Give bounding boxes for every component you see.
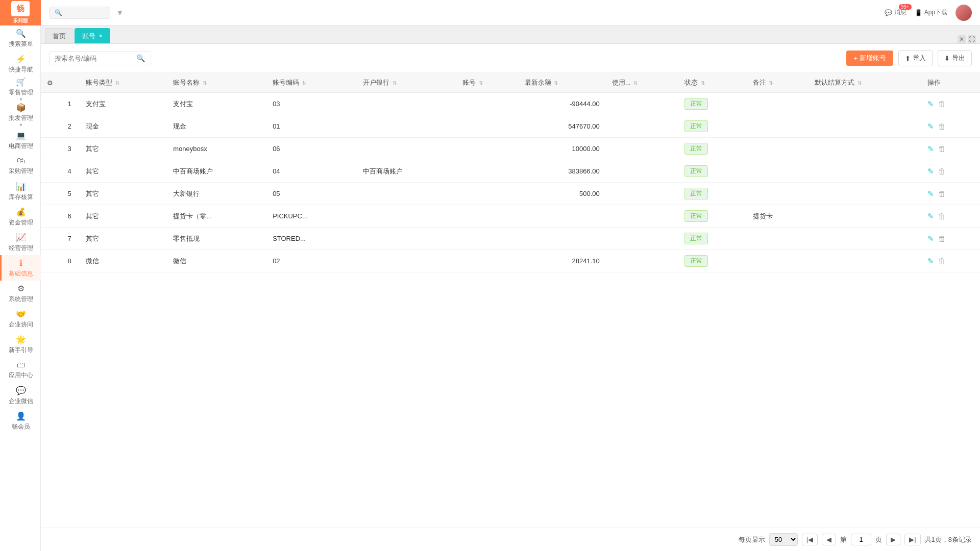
cell-bank: 中百商场账户 bbox=[357, 160, 456, 183]
edit-button-row-3[interactable]: ✎ bbox=[927, 144, 934, 154]
sidebar-item-vip[interactable]: 👤 畅会员 bbox=[0, 408, 41, 434]
delete-button-row-8[interactable]: 🗑 bbox=[938, 257, 946, 266]
vip-icon: 👤 bbox=[16, 411, 26, 421]
table-row: 8 微信 微信 02 28241.10 正常 ✎ 🗑 bbox=[41, 250, 980, 272]
page-first-btn[interactable]: |◀ bbox=[802, 534, 818, 545]
tab-account[interactable]: 账号 ✕ bbox=[75, 28, 110, 43]
sidebar-item-system[interactable]: ⚙ 系统管理 bbox=[0, 281, 41, 306]
sidebar-item-app-center[interactable]: 🗃 应用中心 bbox=[0, 357, 41, 383]
cell-action: ✎ 🗑 bbox=[921, 115, 980, 138]
col-remark[interactable]: 备注 ⇅ bbox=[747, 73, 809, 93]
search-menu-icon: 🔍 bbox=[16, 29, 26, 38]
cell-default-payment bbox=[808, 138, 921, 160]
app-download-label: App下载 bbox=[924, 8, 947, 17]
tab-close-icon[interactable]: ✕ bbox=[99, 33, 103, 39]
edit-button-row-4[interactable]: ✎ bbox=[927, 167, 934, 176]
page-prev-btn[interactable]: ◀ bbox=[822, 534, 836, 545]
table-row: 2 现金 现金 01 547670.00 正常 ✎ 🗑 bbox=[41, 115, 980, 138]
page-size-select[interactable]: 50 100 200 bbox=[769, 533, 798, 546]
sidebar-item-label: 采购管理 bbox=[9, 167, 33, 176]
edit-button-row-7[interactable]: ✎ bbox=[927, 234, 934, 243]
cell-type: 其它 bbox=[80, 228, 167, 250]
sidebar-item-inventory[interactable]: 📊 库存核算 bbox=[0, 179, 41, 204]
cell-no: 4 bbox=[59, 160, 80, 183]
sidebar-item-label: 新手引导 bbox=[9, 346, 33, 355]
edit-button-row-1[interactable]: ✎ bbox=[927, 99, 934, 109]
col-settings[interactable]: ⚙ bbox=[41, 73, 59, 93]
sort-bank-icon: ⇅ bbox=[393, 80, 397, 86]
col-bank[interactable]: 开户银行 ⇅ bbox=[357, 73, 456, 93]
sidebar-item-label: 库存核算 bbox=[9, 193, 33, 202]
cell-account bbox=[456, 250, 519, 272]
sidebar-item-retail[interactable]: 🛒 零售管理 ▼ bbox=[0, 77, 41, 102]
sidebar-item-guide[interactable]: 🌟 新手引导 bbox=[0, 332, 41, 357]
sidebar-item-corp-wechat[interactable]: 💬 企业微信 bbox=[0, 383, 41, 408]
sidebar-item-quicknav[interactable]: ⚡ 快捷导航 bbox=[0, 51, 41, 77]
col-usage[interactable]: 使用... ⇅ bbox=[606, 73, 678, 93]
add-account-button[interactable]: + 新增账号 bbox=[846, 51, 893, 66]
topbar-dropdown-icon[interactable]: ▼ bbox=[116, 9, 124, 17]
col-code[interactable]: 账号编码 ⇅ bbox=[266, 73, 357, 93]
cell-status: 正常 bbox=[678, 93, 747, 115]
delete-button-row-1[interactable]: 🗑 bbox=[938, 99, 946, 109]
sidebar-item-operations[interactable]: 📈 经营管理 bbox=[0, 230, 41, 255]
app-download-button[interactable]: 📱 App下载 bbox=[915, 8, 947, 17]
sort-type-icon: ⇅ bbox=[115, 80, 119, 86]
export-icon: ⬇ bbox=[944, 55, 950, 62]
cell-status: 正常 bbox=[678, 228, 747, 250]
col-status[interactable]: 状态 ⇅ bbox=[678, 73, 747, 93]
table-row: 4 其它 中百商场账户 04 中百商场账户 383866.00 正常 ✎ 🗑 bbox=[41, 160, 980, 183]
account-search-box[interactable]: 🔍 bbox=[49, 51, 151, 65]
col-account[interactable]: 账号 ⇅ bbox=[456, 73, 519, 93]
edit-button-row-5[interactable]: ✎ bbox=[927, 189, 934, 198]
page-number-input[interactable] bbox=[851, 534, 871, 545]
edit-button-row-2[interactable]: ✎ bbox=[927, 122, 934, 131]
sort-status-icon: ⇅ bbox=[701, 80, 705, 86]
cell-settings bbox=[41, 138, 59, 160]
edit-button-row-8[interactable]: ✎ bbox=[927, 257, 934, 266]
sidebar-item-search[interactable]: 🔍 搜索菜单 bbox=[0, 26, 41, 51]
topbar-search-box[interactable]: 🔍 bbox=[49, 7, 110, 19]
col-balance[interactable]: 最新余额 ⇅ bbox=[519, 73, 606, 93]
col-default-payment[interactable]: 默认结算方式 ⇅ bbox=[808, 73, 921, 93]
inventory-icon: 📊 bbox=[16, 182, 26, 191]
window-close-btn[interactable]: ✕ bbox=[958, 35, 966, 43]
page-next-btn[interactable]: ▶ bbox=[886, 534, 900, 545]
basic-info-icon: ℹ bbox=[19, 258, 22, 268]
delete-button-row-2[interactable]: 🗑 bbox=[938, 122, 946, 131]
sidebar-item-wholesale[interactable]: 📦 批发管理 ▼ bbox=[0, 102, 41, 128]
cell-type: 其它 bbox=[80, 205, 167, 228]
cell-usage bbox=[606, 115, 678, 138]
sidebar-item-label: 企业微信 bbox=[9, 397, 33, 406]
message-button[interactable]: 💬 消息 99+ bbox=[885, 8, 906, 17]
sidebar-item-enterprise[interactable]: 🤝 企业协同 bbox=[0, 306, 41, 332]
col-type[interactable]: 账号类型 ⇅ bbox=[80, 73, 167, 93]
page-last-btn[interactable]: ▶| bbox=[904, 534, 920, 545]
window-expand-btn[interactable]: ⛶ bbox=[968, 35, 976, 43]
user-avatar[interactable] bbox=[955, 5, 972, 21]
enterprise-icon: 🤝 bbox=[16, 309, 26, 319]
sidebar-item-purchase[interactable]: 🛍 采购管理 bbox=[0, 153, 41, 179]
sidebar-item-label: 资金管理 bbox=[9, 218, 33, 227]
import-icon: ⬆ bbox=[905, 55, 911, 62]
delete-button-row-6[interactable]: 🗑 bbox=[938, 212, 946, 221]
cell-code: STORED... bbox=[266, 228, 357, 250]
status-badge: 正常 bbox=[684, 255, 708, 267]
import-button[interactable]: ⬆ 导入 bbox=[898, 50, 933, 66]
delete-button-row-5[interactable]: 🗑 bbox=[938, 189, 946, 198]
sidebar-item-finance[interactable]: 💰 资金管理 bbox=[0, 204, 41, 230]
delete-button-row-3[interactable]: 🗑 bbox=[938, 144, 946, 154]
cell-code: 03 bbox=[266, 93, 357, 115]
sidebar-item-ecommerce[interactable]: 💻 电商管理 bbox=[0, 128, 41, 153]
export-button[interactable]: ⬇ 导出 bbox=[938, 50, 972, 66]
delete-button-row-4[interactable]: 🗑 bbox=[938, 167, 946, 176]
cell-remark bbox=[747, 138, 809, 160]
edit-button-row-6[interactable]: ✎ bbox=[927, 212, 934, 221]
sidebar-item-basic-info[interactable]: ℹ 基础信息 bbox=[0, 255, 41, 281]
search-input[interactable] bbox=[55, 55, 136, 62]
cell-settings bbox=[41, 93, 59, 115]
delete-button-row-7[interactable]: 🗑 bbox=[938, 234, 946, 243]
tab-home[interactable]: 首页 bbox=[45, 28, 74, 43]
app-download-icon: 📱 bbox=[915, 9, 922, 16]
col-name[interactable]: 账号名称 ⇅ bbox=[167, 73, 266, 93]
